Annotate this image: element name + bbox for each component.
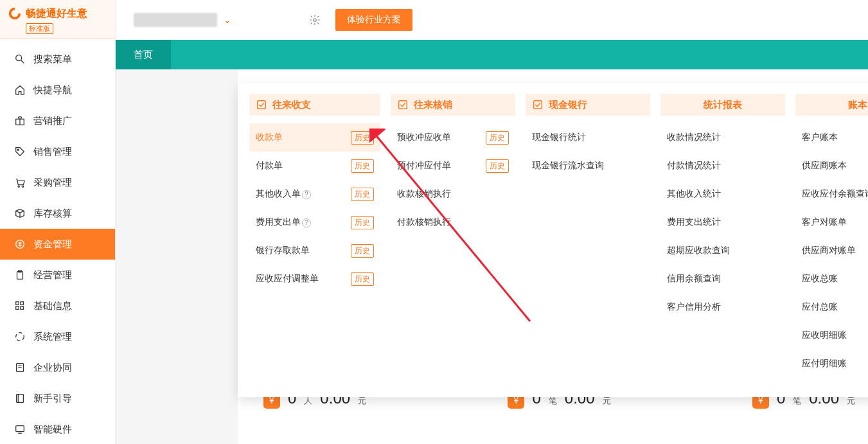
sidebar-item-label: 营销推广	[33, 115, 72, 127]
menu-item[interactable]: 应付明细账	[795, 350, 868, 378]
history-badge[interactable]: 历史	[351, 216, 374, 229]
search-icon	[14, 53, 26, 65]
menu-item-label: 费用支出单?	[256, 217, 311, 228]
sidebar-item-6[interactable]: 资金管理	[0, 229, 115, 260]
sidebar-item-4[interactable]: 采购管理	[0, 167, 115, 198]
menu-item[interactable]: 供应商对账单	[795, 236, 868, 265]
svg-rect-25	[398, 101, 407, 109]
sidebar-item-label: 智能硬件	[33, 423, 72, 436]
menu-item[interactable]: 应收应付调整单历史	[249, 265, 380, 293]
settings-button[interactable]	[306, 11, 324, 29]
column-head: 往来核销	[391, 94, 515, 116]
menu-item[interactable]: 预收冲应收单历史	[391, 123, 515, 152]
column-title: 现金银行	[549, 99, 587, 111]
menu-item[interactable]: 付款单历史	[249, 152, 380, 180]
menu-item[interactable]: 应收应付余额查询	[795, 180, 868, 208]
sidebar-item-label: 新手引导	[33, 393, 72, 405]
history-badge[interactable]: 历史	[351, 272, 374, 286]
sidebar-item-label: 搜索菜单	[33, 53, 72, 66]
menu-item[interactable]: 其他收入单?历史	[249, 180, 380, 208]
history-badge[interactable]: 历史	[486, 159, 509, 173]
history-badge[interactable]: 历史	[351, 159, 374, 173]
sidebar-item-5[interactable]: 库存核算	[0, 198, 115, 229]
sidebar-item-1[interactable]: 快捷导航	[0, 75, 115, 105]
column-title: 往来核销	[414, 99, 452, 111]
svg-line-1	[21, 60, 24, 64]
menu-item[interactable]: 应收总账	[795, 265, 868, 293]
menu-item[interactable]: 超期应收款查询	[660, 236, 785, 265]
menu-item-label: 付款单	[256, 160, 283, 172]
history-badge[interactable]: 历史	[351, 131, 374, 145]
menu-item-label: 付款情况统计	[667, 160, 721, 172]
sidebar-item-label: 经营管理	[33, 269, 72, 281]
menu-item[interactable]: 其他收入统计	[660, 180, 785, 208]
sidebar-item-0[interactable]: 搜索菜单	[0, 44, 115, 75]
help-icon[interactable]: ?	[302, 190, 311, 199]
menu-item[interactable]: 应付总账	[795, 293, 868, 321]
topbar: ⌄ 体验行业方案	[116, 0, 868, 40]
column-head: 往来收支	[249, 94, 380, 116]
svg-rect-24	[258, 101, 266, 109]
menu-item-label: 费用支出统计	[667, 217, 721, 228]
company-name-masked	[134, 13, 217, 27]
cart-icon	[14, 177, 26, 188]
tab-home[interactable]: 首页	[116, 40, 171, 69]
svg-rect-10	[16, 302, 19, 305]
sidebar-item-11[interactable]: 新手引导	[0, 383, 115, 414]
menu-item-label: 预收冲应收单	[397, 132, 451, 143]
menu-item[interactable]: 费用支出单?历史	[249, 208, 380, 236]
menu-item[interactable]: 现金银行统计	[526, 123, 650, 152]
sidebar-item-2[interactable]: 营销推广	[0, 105, 115, 136]
mega-column-3: 统计报表收款情况统计付款情况统计其他收入统计费用支出统计超期应收款查询信用余额查…	[660, 94, 785, 378]
menu-item[interactable]: 供应商账本	[795, 152, 868, 180]
svg-rect-8	[17, 272, 23, 280]
column-title: 账本	[848, 99, 867, 111]
column-head: 现金银行	[526, 94, 650, 116]
menu-item[interactable]: 付款情况统计	[660, 152, 785, 180]
menu-item[interactable]: 客户对账单	[795, 208, 868, 236]
company-selector[interactable]: ⌄	[127, 9, 294, 31]
menu-item[interactable]: 收款情况统计	[660, 123, 785, 152]
history-badge[interactable]: 历史	[351, 188, 374, 201]
svg-point-5	[18, 186, 19, 187]
help-icon[interactable]: ?	[302, 218, 311, 227]
menu-item[interactable]: 客户账本	[795, 123, 868, 152]
menu-item-label: 收款单	[256, 132, 283, 143]
menu-item-label: 预付冲应付单	[397, 160, 451, 172]
menu-item-label: 信用余额查询	[667, 273, 721, 285]
svg-point-4	[17, 149, 19, 150]
svg-point-0	[16, 55, 22, 61]
menu-item-label: 现金银行流水查询	[532, 160, 604, 172]
sidebar-item-9[interactable]: 系统管理	[0, 321, 115, 352]
menu-item-label: 付款核销执行	[397, 217, 451, 228]
history-badge[interactable]: 历史	[351, 244, 374, 258]
menu-item[interactable]: 收款核销执行	[391, 180, 515, 208]
svg-rect-18	[17, 395, 24, 403]
column-head: 统计报表	[660, 94, 785, 116]
history-badge[interactable]: 历史	[486, 131, 509, 145]
menu-item-label: 应付明细账	[802, 358, 847, 369]
sidebar-item-3[interactable]: 销售管理	[0, 136, 115, 167]
tab-strip: 首页	[116, 40, 868, 69]
sidebar-item-8[interactable]: 基础信息	[0, 290, 115, 321]
menu-item[interactable]: 预付冲应付单历史	[391, 152, 515, 180]
svg-rect-26	[534, 101, 542, 109]
sidebar-item-10[interactable]: 企业协同	[0, 352, 115, 383]
menu-item[interactable]: 银行存取款单历史	[249, 236, 380, 265]
industry-cta-button[interactable]: 体验行业方案	[335, 9, 412, 31]
sidebar-item-12[interactable]: 智能硬件	[0, 414, 115, 444]
menu-item-label: 客户账本	[802, 132, 838, 143]
menu-item[interactable]: 应收明细账	[795, 321, 868, 350]
chevron-down-icon: ⌄	[224, 15, 231, 25]
menu-item[interactable]: 客户信用分析	[660, 293, 785, 321]
doc-icon	[14, 362, 26, 373]
menu-item[interactable]: 现金银行流水查询	[526, 152, 650, 180]
menu-item[interactable]: 信用余额查询	[660, 265, 785, 293]
menu-item-label: 收款核销执行	[397, 188, 451, 200]
menu-item[interactable]: 收款单历史	[249, 123, 380, 152]
menu-item[interactable]: 费用支出统计	[660, 208, 785, 236]
column-head: 账本	[795, 94, 868, 116]
sidebar-item-7[interactable]: 经营管理	[0, 260, 115, 290]
menu-item-label: 供应商账本	[802, 160, 847, 172]
menu-item[interactable]: 付款核销执行	[391, 208, 515, 236]
